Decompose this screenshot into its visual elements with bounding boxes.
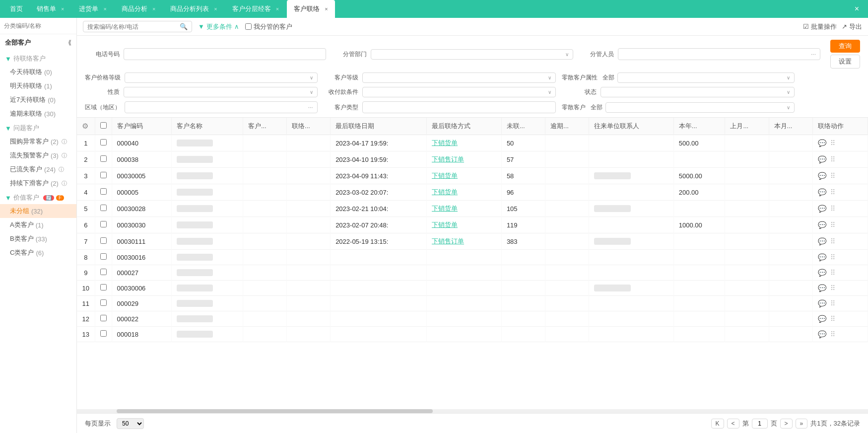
row-checkbox[interactable] [100,253,107,260]
dept-select[interactable]: ∨ [371,49,573,60]
chat-icon[interactable]: 💬 [818,237,826,245]
sidebar-item-abnormal[interactable]: 囤购异常客户(2) ⓘ [0,135,76,148]
chat-icon[interactable]: 💬 [818,299,826,307]
customer-type-input[interactable] [362,101,556,113]
row-checkbox[interactable] [100,172,107,178]
settings-icon[interactable]: ⚙ [82,122,88,130]
close-tab-sales[interactable]: × [61,6,64,12]
first-page-btn[interactable]: K [711,419,724,429]
nav-home[interactable]: 首页 [4,0,29,18]
chat-icon[interactable]: 💬 [818,269,826,277]
sidebar-item-class-c[interactable]: C类客户(6) [0,246,76,260]
grid-icon[interactable]: ⠿ [830,155,835,163]
grid-icon[interactable]: ⠿ [830,172,835,180]
row-checkbox[interactable] [100,284,107,290]
phone-input[interactable] [124,48,326,60]
sidebar-item-7day-pending[interactable]: 近7天待联络(0) [0,93,76,107]
grid-icon[interactable]: ⠿ [830,253,835,261]
filter-search-icon[interactable]: 🔍 [180,23,188,30]
row-checkbox[interactable] [100,205,107,211]
row-checkbox[interactable] [100,221,107,227]
row-checkbox[interactable] [100,237,107,244]
row-checkbox[interactable] [100,315,107,321]
sidebar-item-class-b[interactable]: B类客户(33) [0,232,76,246]
row-checkbox[interactable] [100,269,107,275]
my-customers-checkbox[interactable] [245,23,252,30]
chat-icon[interactable]: 💬 [818,330,826,338]
region-select[interactable]: ··· [125,101,318,113]
chat-icon[interactable]: 💬 [818,139,826,147]
manager-input[interactable]: ··· [618,48,820,60]
row-checkbox[interactable] [100,299,107,306]
grid-icon[interactable]: ⠿ [830,139,835,147]
page-size-select[interactable]: 50 100 200 [117,418,144,429]
cell-index: 3 [77,168,95,184]
select-all-checkbox[interactable] [100,122,107,129]
retail-attr-select[interactable]: ∨ [617,72,795,83]
grid-icon[interactable]: ⠿ [830,221,835,229]
chat-icon[interactable]: 💬 [818,221,826,229]
sidebar-item-churned[interactable]: 已流失客户(24) ⓘ [0,162,76,176]
cell-contact-person: ████████ [589,233,674,250]
search-btn[interactable]: 查询 [830,40,860,53]
chat-icon[interactable]: 💬 [818,172,826,180]
export-btn[interactable]: ↗ 导出 [842,22,862,31]
grid-icon[interactable]: ⠿ [830,237,835,245]
sidebar-item-declining[interactable]: 持续下滑客户(2) ⓘ [0,176,76,190]
filter-search-input[interactable] [87,23,177,30]
status-select[interactable]: ∨ [601,87,795,97]
close-tab-analysis-list[interactable]: × [214,6,217,12]
prev-page-btn[interactable]: < [727,419,739,429]
sidebar-item-class-a[interactable]: A类客户(1) [0,218,76,232]
page-number-input[interactable] [752,419,768,429]
row-checkbox[interactable] [100,188,107,195]
batch-operation-btn[interactable]: ☑ 批量操作 [803,22,837,31]
row-checkbox[interactable] [100,155,107,162]
sidebar-item-ungrouped[interactable]: 未分组(32) [0,204,76,218]
nature-select[interactable]: ∨ [124,87,318,97]
sidebar-item-today-pending[interactable]: 今天待联络(0) [0,65,76,79]
chat-icon[interactable]: 💬 [818,205,826,213]
more-conditions-btn[interactable]: ▼ 更多条件 ∧ [198,22,239,31]
nav-tab-purchase[interactable]: 进货单 × [72,0,113,18]
sidebar-item-overdue[interactable]: 逾期未联络(30) [0,107,76,121]
row-checkbox[interactable] [100,139,107,145]
grid-icon[interactable]: ⠿ [830,315,835,323]
row-checkbox[interactable] [100,330,107,337]
nav-tab-customer-tier[interactable]: 客户分层经客 × [225,0,286,18]
grid-icon[interactable]: ⠿ [830,284,835,292]
chat-icon[interactable]: 💬 [818,155,826,163]
price-tier-select[interactable]: ∨ [125,72,318,83]
close-tab-customer-tier[interactable]: × [276,6,279,12]
nav-tab-customer-contact[interactable]: 客户联络 × [287,0,334,18]
chat-icon[interactable]: 💬 [818,188,826,196]
grid-icon[interactable]: ⠿ [830,299,835,307]
grid-icon[interactable]: ⠿ [830,205,835,213]
last-page-btn[interactable]: » [796,419,808,429]
table-container: ⚙ 客户编码 客户名称 客户... 联络... 最后联络日期 最后联络方式 未联 [77,118,868,409]
close-tab-customer-contact[interactable]: × [325,6,328,12]
grid-icon[interactable]: ⠿ [830,330,835,338]
chat-icon[interactable]: 💬 [818,253,826,261]
horizontal-scrollbar[interactable] [77,409,868,413]
chat-icon[interactable]: 💬 [818,315,826,323]
chat-icon[interactable]: 💬 [818,284,826,292]
sidebar-item-churn-warning[interactable]: 流失预警客户(3) ⓘ [0,148,76,162]
close-window-btn[interactable]: × [850,4,864,13]
sidebar-item-tomorrow-pending[interactable]: 明天待联络(1) [0,79,76,93]
nav-tab-analysis[interactable]: 商品分析 × [115,0,162,18]
retail-select[interactable]: ∨ [605,102,795,113]
grid-icon[interactable]: ⠿ [830,269,835,277]
reset-btn[interactable]: 设置 [830,55,860,69]
nav-tab-sales[interactable]: 销售单 × [30,0,71,18]
payment-select[interactable]: ∨ [362,87,556,97]
nav-tab-analysis-list[interactable]: 商品分析列表 × [163,0,224,18]
close-tab-purchase[interactable]: × [103,6,106,12]
close-tab-analysis[interactable]: × [152,6,155,12]
grid-icon[interactable]: ⠿ [830,188,835,196]
next-page-btn[interactable]: > [780,419,793,429]
scrollbar-thumb[interactable] [117,409,433,413]
customer-tier-select[interactable]: ∨ [362,72,556,83]
sidebar-search-input[interactable] [4,22,77,29]
sidebar-all-customers[interactable]: 全部客户 ⟪ [0,34,76,51]
